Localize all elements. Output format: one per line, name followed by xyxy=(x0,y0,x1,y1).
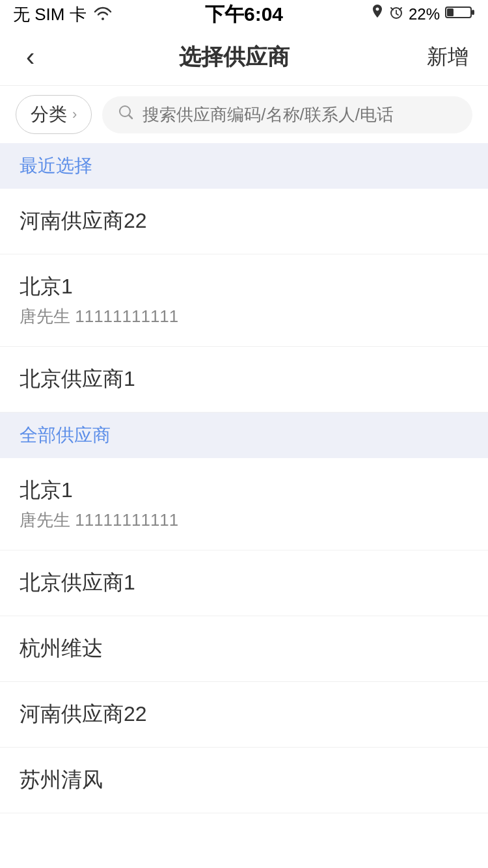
section-title-all: 全部供应商 xyxy=(20,425,111,445)
add-button[interactable]: 新增 xyxy=(427,43,468,72)
supplier-name: 河南供应商22 xyxy=(20,700,468,729)
supplier-contact: 唐先生 11111111111 xyxy=(20,509,468,532)
list-item[interactable]: 北京供应商1 xyxy=(0,550,488,616)
chevron-right-icon: › xyxy=(72,106,77,123)
status-bar: 无 SIM 卡 下午6:04 22% xyxy=(0,0,488,29)
page-title: 选择供应商 xyxy=(179,42,290,72)
supplier-name: 杭州维达 xyxy=(20,634,468,663)
status-right: 22% xyxy=(371,5,475,24)
wifi-icon xyxy=(93,5,113,25)
category-label: 分类 xyxy=(31,102,67,127)
alarm-icon xyxy=(389,5,403,23)
list-item[interactable]: 北京1唐先生 11111111111 xyxy=(0,254,488,347)
status-carrier: 无 SIM 卡 xyxy=(13,3,113,26)
supplier-name: 北京供应商1 xyxy=(20,365,468,394)
location-icon xyxy=(371,5,384,24)
category-button[interactable]: 分类 › xyxy=(16,95,92,134)
suppliers-list: 最近选择河南供应商22北京1唐先生 11111111111北京供应商1全部供应商… xyxy=(0,143,488,813)
battery-icon xyxy=(445,5,475,23)
supplier-name: 北京供应商1 xyxy=(20,569,468,597)
carrier-text: 无 SIM 卡 xyxy=(13,3,87,26)
supplier-contact: 唐先生 11111111111 xyxy=(20,305,468,328)
svg-rect-2 xyxy=(472,10,474,15)
nav-bar: ‹ 选择供应商 新增 xyxy=(0,29,488,86)
svg-rect-3 xyxy=(447,8,454,16)
status-time: 下午6:04 xyxy=(205,1,283,28)
list-item[interactable]: 杭州维达 xyxy=(0,616,488,682)
search-box xyxy=(102,96,472,133)
search-icon xyxy=(118,104,135,126)
list-item[interactable]: 河南供应商22 xyxy=(0,682,488,748)
search-input[interactable] xyxy=(142,105,457,125)
supplier-name: 北京1 xyxy=(20,476,468,505)
supplier-name: 苏州清风 xyxy=(20,766,468,794)
supplier-name: 河南供应商22 xyxy=(20,207,468,236)
section-title-recent: 最近选择 xyxy=(20,156,92,176)
supplier-name: 北京1 xyxy=(20,273,468,301)
back-button[interactable]: ‹ xyxy=(20,36,41,78)
battery-text: 22% xyxy=(409,5,440,23)
list-item[interactable]: 北京供应商1 xyxy=(0,347,488,413)
list-item[interactable]: 苏州清风 xyxy=(0,748,488,813)
section-header-all: 全部供应商 xyxy=(0,413,488,458)
list-item[interactable]: 北京1唐先生 11111111111 xyxy=(0,458,488,550)
filter-bar: 分类 › xyxy=(0,86,488,143)
list-item[interactable]: 河南供应商22 xyxy=(0,189,488,254)
section-header-recent: 最近选择 xyxy=(0,143,488,189)
